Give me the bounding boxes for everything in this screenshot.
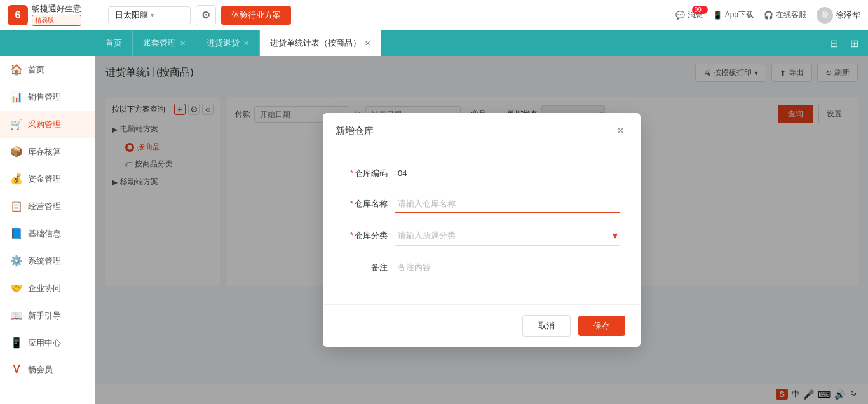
message-badge: 99+	[692, 6, 708, 14]
code-required-mark: *	[350, 168, 353, 178]
category-label: *仓库分类	[343, 230, 388, 241]
purchase-icon: 🛒	[10, 118, 23, 130]
topbar-right: 💬 消息 99+ 📱 App下载 🎧 在线客服 徐 徐泽华	[675, 7, 860, 24]
logo-icon: 6	[8, 5, 28, 25]
sidebar-item-finance-label: 资金管理	[28, 173, 61, 185]
category-arrow-icon: ▾	[613, 229, 618, 241]
sidebar-item-system-label: 系统管理	[28, 255, 61, 267]
sidebar-item-inventory-label: 库存核算	[28, 146, 61, 158]
avatar: 徐	[817, 7, 833, 24]
code-label: *仓库编码	[343, 168, 388, 179]
sidebar-item-basic[interactable]: 📘 基础信息	[0, 220, 95, 247]
dialog-body: *仓库编码 *仓库名称 *仓库分类	[323, 149, 641, 304]
sidebar-item-operation-label: 经营管理	[28, 201, 61, 212]
tab-stat[interactable]: 进货单统计表（按商品） ✕	[260, 30, 381, 56]
sidebar-item-finance[interactable]: 💰 资金管理	[0, 165, 95, 192]
tabbar-actions: ⊟ ⊞	[825, 30, 868, 56]
topbar: 6 畅捷通好生意 精易版 日太阳膜 ▾ ⚙ 体验行业方案 💬 消息 99+ 📱 …	[0, 0, 868, 30]
category-select-wrap[interactable]: 请输入所属分类 ▾	[395, 226, 620, 246]
sidebar-item-guide-label: 新手引导	[28, 310, 61, 321]
tab-home-label: 首页	[105, 37, 122, 49]
tab-account-label: 账套管理	[143, 37, 176, 49]
brand-badge: 精易版	[32, 15, 81, 26]
store-selector[interactable]: 日太阳膜 ▾	[108, 6, 191, 24]
collab-icon: 🤝	[10, 282, 23, 294]
headset-icon: 🎧	[764, 11, 773, 20]
user-name: 徐泽华	[836, 10, 860, 21]
message-button[interactable]: 💬 消息 99+	[675, 10, 703, 20]
app-download-button[interactable]: 📱 App下载	[713, 10, 754, 20]
sidebar-item-system[interactable]: ⚙️ 系统管理	[0, 247, 95, 274]
tab-home[interactable]: 首页	[95, 30, 133, 56]
tabbar: 首页 账套管理 ✕ 进货退货 ✕ 进货单统计表（按商品） ✕ ⊟ ⊞	[0, 30, 868, 56]
appstore-icon: 📱	[10, 337, 23, 349]
store-name: 日太阳膜	[115, 10, 148, 21]
tab-account[interactable]: 账套管理 ✕	[133, 30, 196, 56]
category-required-mark: *	[350, 231, 353, 240]
code-input[interactable]	[395, 165, 620, 182]
sidebar-item-sales-label: 销售管理	[28, 91, 61, 103]
chat-label: 在线客服	[776, 10, 806, 20]
sidebar-item-vip-label: 畅会员	[28, 364, 53, 375]
finance-icon: 💰	[10, 173, 23, 185]
dialog-header: 新增仓库 ✕	[323, 113, 641, 149]
sidebar-item-basic-label: 基础信息	[28, 228, 61, 239]
guide-icon: 📖	[10, 309, 23, 321]
sidebar-item-operation[interactable]: 📋 经营管理	[0, 192, 95, 220]
content-area: 进货单统计(按商品) 🖨 按模板打印 ▾ ⬆ 导出 ↻ 刷新	[95, 56, 868, 404]
app-label: App下载	[725, 10, 754, 20]
sidebar-item-appstore-label: 应用中心	[28, 337, 61, 349]
tab-prev-button[interactable]: ⊟	[825, 34, 843, 52]
dialog-footer: 取消 保存	[323, 304, 641, 347]
chevron-down-icon: ▾	[151, 11, 154, 18]
form-row-remark: 备注	[343, 259, 620, 276]
tab-maximize-button[interactable]: ⊞	[845, 34, 863, 52]
remark-label: 备注	[343, 262, 388, 273]
sidebar-item-collab-label: 企业协同	[28, 283, 61, 294]
chat-button[interactable]: 🎧 在线客服	[764, 10, 806, 20]
save-button[interactable]: 保存	[578, 316, 625, 336]
sidebar-item-purchase-label: 采购管理	[28, 119, 61, 130]
main-layout: 🏠 首页 📊 销售管理 🛒 采购管理 📦 库存核算 💰 资金管理 📋 经营管理 …	[0, 56, 868, 404]
home-icon: 🏠	[10, 64, 23, 76]
trial-button[interactable]: 体验行业方案	[221, 6, 291, 25]
form-row-name: *仓库名称	[343, 195, 620, 213]
vip-icon: V	[10, 364, 23, 375]
sidebar-item-home[interactable]: 🏠 首页	[0, 56, 95, 83]
system-icon: ⚙️	[10, 255, 23, 267]
message-icon: 💬	[675, 11, 685, 20]
tab-purchase-return-label: 进货退货	[207, 37, 240, 49]
dialog-title: 新增仓库	[336, 125, 374, 137]
user-area[interactable]: 徐 徐泽华	[817, 7, 860, 24]
dialog-close-button[interactable]: ✕	[613, 123, 628, 138]
sidebar-item-purchase[interactable]: 🛒 采购管理	[0, 111, 95, 138]
remark-input[interactable]	[395, 259, 620, 276]
tab-purchase-return-close[interactable]: ✕	[243, 39, 249, 48]
sidebar-item-collab[interactable]: 🤝 企业协同	[0, 274, 95, 302]
logo-area: 6 畅捷通好生意 精易版	[8, 4, 103, 27]
sidebar-item-home-label: 首页	[28, 64, 44, 76]
settings-button[interactable]: ⚙	[196, 5, 216, 25]
sidebar-item-inventory[interactable]: 📦 库存核算	[0, 138, 95, 165]
new-warehouse-dialog: 新增仓库 ✕ *仓库编码 *仓库名称	[323, 113, 641, 347]
app-icon: 📱	[713, 11, 722, 20]
tab-purchase-return[interactable]: 进货退货 ✕	[196, 30, 260, 56]
category-placeholder: 请输入所属分类	[398, 230, 613, 241]
brand-name: 畅捷通好生意	[32, 4, 81, 14]
name-input[interactable]	[395, 195, 620, 213]
cancel-button[interactable]: 取消	[522, 315, 571, 337]
tab-account-close[interactable]: ✕	[180, 39, 186, 48]
sales-icon: 📊	[10, 91, 23, 103]
sidebar-item-appstore[interactable]: 📱 应用中心	[0, 329, 95, 356]
name-required-mark: *	[350, 199, 353, 208]
tab-stat-close[interactable]: ✕	[365, 39, 370, 48]
sidebar-item-sales[interactable]: 📊 销售管理	[0, 83, 95, 111]
tab-stat-label: 进货单统计表（按商品）	[270, 37, 361, 49]
basic-icon: 📘	[10, 227, 23, 239]
operation-icon: 📋	[10, 200, 23, 212]
sidebar-item-guide[interactable]: 📖 新手引导	[0, 302, 95, 329]
name-label: *仓库名称	[343, 198, 388, 210]
inventory-icon: 📦	[10, 145, 23, 158]
form-row-code: *仓库编码	[343, 165, 620, 182]
form-row-category: *仓库分类 请输入所属分类 ▾	[343, 226, 620, 246]
